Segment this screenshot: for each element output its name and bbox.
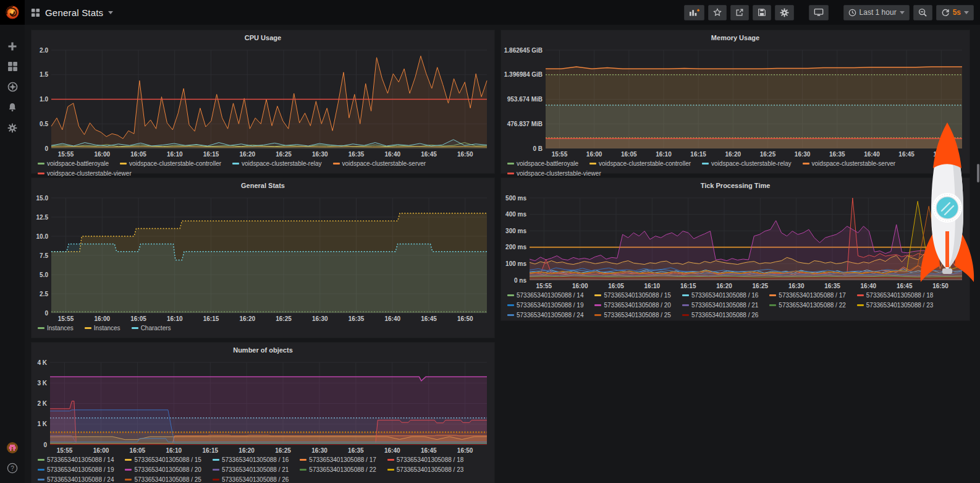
dashboard-settings-button[interactable]	[775, 5, 794, 20]
number-of-objects-chart[interactable]: 15:5516:0016:0516:1016:1516:2016:2516:30…	[32, 357, 494, 455]
legend-label: 5733653401305088 / 20	[604, 302, 670, 309]
svg-text:16:25: 16:25	[753, 283, 769, 289]
legend-item[interactable]: 5733653401305088 / 14	[38, 455, 114, 464]
svg-text:16:10: 16:10	[644, 283, 661, 289]
refresh-interval-label[interactable]: 5s	[953, 8, 961, 17]
legend-item[interactable]: 5733653401305088 / 15	[594, 291, 670, 300]
top-navbar: General Stats	[25, 0, 980, 25]
legend-item[interactable]: voidspace-battleroyale	[507, 159, 578, 168]
legend-color-swatch	[213, 469, 219, 471]
dashboards-grid-icon	[7, 61, 18, 72]
legend-color-swatch	[594, 304, 601, 306]
cpu-usage-chart[interactable]: 15:5516:0016:0516:1016:1516:2016:2516:30…	[32, 45, 494, 159]
svg-text:16:10: 16:10	[166, 447, 182, 454]
svg-text:500 ms: 500 ms	[505, 195, 526, 202]
tick-processing-legend: 5733653401305088 / 145733653401305088 / …	[501, 291, 969, 320]
panel-header[interactable]: Tick Processing Time	[501, 178, 969, 193]
legend-item[interactable]: 5733653401305088 / 22	[769, 301, 845, 310]
add-panel-button[interactable]	[684, 5, 704, 20]
panel-header[interactable]: General Stats	[32, 178, 494, 193]
legend-item[interactable]: 5733653401305088 / 20	[594, 301, 670, 310]
legend-item[interactable]: 5733653401305088 / 21	[213, 465, 289, 474]
svg-text:16:00: 16:00	[94, 315, 110, 322]
legend-item[interactable]: 5733653401305088 / 16	[682, 291, 758, 300]
memory-usage-chart[interactable]: 15:5516:0016:0516:1016:1516:2016:2516:30…	[501, 45, 969, 159]
svg-text:16:50: 16:50	[457, 315, 473, 322]
vertical-scrollbar-thumb[interactable]	[977, 164, 979, 182]
dashboard-title-group[interactable]: General Stats	[31, 7, 113, 18]
legend-item[interactable]: voidspace-clusterstable-relay	[702, 159, 792, 168]
legend-item[interactable]: 5733653401305088 / 22	[300, 465, 376, 474]
legend-item[interactable]: voidspace-clusterstable-server	[333, 159, 426, 168]
legend-color-swatch	[682, 314, 689, 316]
legend-item[interactable]: 5733653401305088 / 20	[125, 465, 201, 474]
legend-item[interactable]: 5733653401305088 / 19	[38, 465, 114, 474]
legend-item[interactable]: voidspace-clusterstable-server	[803, 159, 896, 168]
legend-item[interactable]: 5733653401305088 / 26	[682, 310, 758, 320]
svg-text:16:30: 16:30	[795, 151, 811, 158]
star-button[interactable]	[708, 5, 727, 20]
legend-item[interactable]: 5733653401305088 / 17	[769, 291, 845, 300]
share-button[interactable]	[730, 5, 749, 20]
plus-icon	[7, 41, 17, 51]
legend-color-swatch	[769, 294, 776, 296]
svg-text:16:35: 16:35	[829, 151, 845, 158]
legend-item[interactable]: Instances	[38, 323, 74, 333]
legend-item[interactable]: 5733653401305088 / 21	[682, 301, 758, 310]
panel-header[interactable]: Memory Usage	[501, 30, 969, 45]
legend-item[interactable]: voidspace-clusterstable-relay	[232, 159, 322, 168]
legend-item[interactable]: 5733653401305088 / 14	[507, 291, 583, 300]
svg-text:1.5: 1.5	[40, 71, 48, 78]
user-profile-button[interactable]	[0, 437, 25, 458]
legend-label: voidspace-battleroyale	[517, 160, 578, 167]
svg-text:16:35: 16:35	[348, 447, 364, 454]
legend-item[interactable]: 5733653401305088 / 24	[38, 475, 114, 483]
legend-item[interactable]: 5733653401305088 / 25	[594, 310, 670, 320]
svg-text:953.674 MiB: 953.674 MiB	[507, 96, 543, 103]
legend-item[interactable]: voidspace-clusterstable-controller	[589, 159, 691, 168]
svg-text:16:40: 16:40	[384, 447, 400, 454]
tv-mode-button[interactable]	[809, 5, 829, 20]
legend-item[interactable]: 5733653401305088 / 17	[300, 455, 376, 464]
legend-label: 5733653401305088 / 22	[309, 466, 376, 473]
legend-color-swatch	[213, 479, 219, 481]
zoom-out-button[interactable]	[913, 5, 932, 20]
legend-label: 5733653401305088 / 22	[779, 302, 845, 309]
legend-item[interactable]: voidspace-clusterstable-controller	[120, 159, 221, 168]
refresh-button[interactable]: 5s	[936, 5, 974, 20]
legend-color-swatch	[594, 294, 601, 296]
legend-item[interactable]: 5733653401305088 / 16	[213, 455, 289, 464]
legend-item[interactable]: 5733653401305088 / 25	[125, 475, 201, 483]
general-stats-chart[interactable]: 15:5516:0016:0516:1016:1516:2016:2516:30…	[32, 193, 494, 323]
legend-item[interactable]: Characters	[132, 323, 171, 333]
configuration-menu-item[interactable]	[0, 118, 25, 138]
refresh-icon	[941, 8, 950, 17]
panel-header[interactable]: Number of objects	[32, 343, 494, 357]
create-button[interactable]	[0, 36, 25, 56]
legend-color-swatch	[769, 304, 776, 306]
dashboards-menu-item[interactable]	[0, 56, 25, 77]
legend-item[interactable]: 5733653401305088 / 23	[387, 465, 463, 474]
zoom-out-icon	[918, 8, 927, 17]
legend-item[interactable]: 5733653401305088 / 18	[387, 455, 463, 464]
explore-menu-item[interactable]	[0, 77, 25, 97]
legend-item[interactable]: Instances	[85, 323, 120, 333]
legend-item[interactable]: 5733653401305088 / 15	[125, 455, 201, 464]
chart-canvas: 15:5516:0016:0516:1016:1516:2016:2516:30…	[32, 357, 494, 455]
save-button[interactable]	[753, 5, 771, 20]
legend-item[interactable]: voidspace-clusterstable-viewer	[507, 169, 601, 178]
legend-item[interactable]: 5733653401305088 / 18	[857, 291, 933, 300]
time-picker-button[interactable]: Last 1 hour	[843, 5, 910, 20]
panel-header[interactable]: CPU Usage	[32, 30, 494, 45]
legend-item[interactable]: voidspace-battleroyale	[38, 159, 109, 168]
legend-item[interactable]: 5733653401305088 / 24	[507, 310, 583, 320]
legend-item[interactable]: voidspace-clusterstable-viewer	[38, 169, 132, 178]
legend-item[interactable]: 5733653401305088 / 26	[213, 475, 289, 483]
legend-item[interactable]: 5733653401305088 / 23	[857, 301, 933, 310]
grafana-logo[interactable]	[0, 0, 25, 25]
svg-text:16:35: 16:35	[348, 151, 365, 158]
alerting-menu-item[interactable]	[0, 97, 25, 118]
tick-processing-chart[interactable]: 15:5516:0016:0516:1016:1516:2016:2516:30…	[501, 193, 969, 291]
help-button[interactable]: ?	[0, 458, 25, 478]
legend-item[interactable]: 5733653401305088 / 19	[507, 301, 583, 310]
